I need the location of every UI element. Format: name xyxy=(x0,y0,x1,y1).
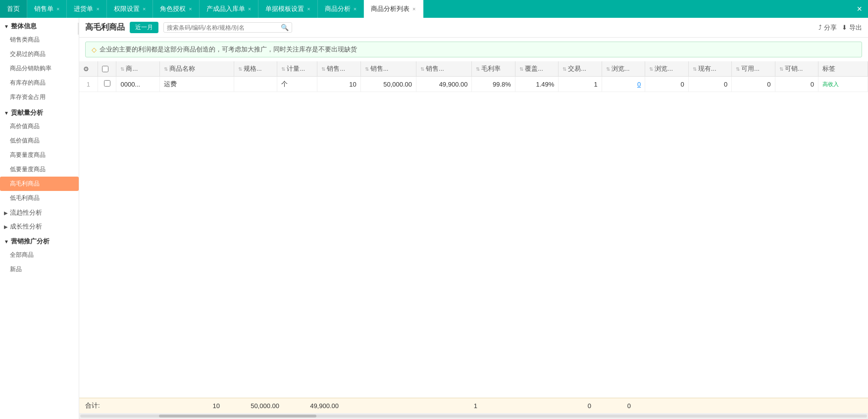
close-icon[interactable]: × xyxy=(56,6,59,12)
sidebar-item-all-goods[interactable]: 全部商品 xyxy=(0,248,79,262)
td-name: 运费 xyxy=(159,77,234,92)
th-trade[interactable]: ⇅交易... xyxy=(559,61,602,77)
nav-tab-analysis[interactable]: 商品分析 × xyxy=(318,0,364,18)
table-header-row: ⚙ ⇅商... ⇅商品名称 ⇅规格... ⇅计量... ⇅销售... ⇅销售..… xyxy=(79,61,868,77)
export-icon: ⬇ xyxy=(842,24,847,31)
search-box: 🔍 xyxy=(163,22,292,33)
th-gross-rate[interactable]: ⇅毛利率 xyxy=(472,61,515,77)
chevron-down-icon: ▼ xyxy=(4,110,9,116)
content-area: 高毛利商品 近一月 🔍 ⤴ 分享 ⬇ 导出 ◇ 企业的主要的利润都是这部分商品创… xyxy=(79,18,868,419)
page-title: 高毛利商品 xyxy=(85,22,125,33)
close-icon[interactable]: × xyxy=(96,6,99,12)
search-icon[interactable]: 🔍 xyxy=(281,24,289,31)
sidebar-group-growth[interactable]: ▶ 成长性分析 xyxy=(0,219,79,233)
filter-recent-month-button[interactable]: 近一月 xyxy=(130,22,158,33)
th-browse1[interactable]: ⇅浏览... xyxy=(602,61,645,77)
share-icon: ⤴ xyxy=(818,24,822,31)
td-row-num: 1 xyxy=(79,77,98,92)
td-unit: 个 xyxy=(277,77,317,92)
row-checkbox[interactable] xyxy=(104,80,110,87)
th-available[interactable]: ⇅可用... xyxy=(732,61,775,77)
sidebar-item-sales-rate[interactable]: 商品分销助购率 xyxy=(0,61,79,76)
data-table: ⚙ ⇅商... ⇅商品名称 ⇅规格... ⇅计量... ⇅销售... ⇅销售..… xyxy=(79,61,868,92)
td-tag: 高收入 xyxy=(818,77,868,92)
footer-trade: 1 xyxy=(442,402,481,410)
th-sales-cost[interactable]: ⇅销售... xyxy=(416,61,472,77)
sidebar: « ▼ 整体信息 销售类商品 交易过的商品 商品分销助购率 有库存的商品 库存资… xyxy=(0,18,79,419)
sidebar-group-marketing[interactable]: ▼ 营销推广分析 xyxy=(0,233,79,248)
scrollbar-track[interactable] xyxy=(80,415,867,418)
th-code[interactable]: ⇅商... xyxy=(116,61,159,77)
nav-tab-analysis-list[interactable]: 商品分析列表 × xyxy=(364,0,423,18)
footer-values: 10 50,000.00 49,900.00 1 0 0 xyxy=(164,402,862,410)
th-checkbox[interactable] xyxy=(98,61,116,77)
close-icon[interactable]: × xyxy=(354,6,357,12)
sidebar-item-traded-goods[interactable]: 交易过的商品 xyxy=(0,47,79,61)
sidebar-group-overall[interactable]: ▼ 整体信息 xyxy=(0,18,79,33)
search-input[interactable] xyxy=(167,24,279,31)
close-icon[interactable]: × xyxy=(412,6,415,12)
th-settings[interactable]: ⚙ xyxy=(79,61,98,77)
th-current-stock[interactable]: ⇅现有... xyxy=(688,61,731,77)
chevron-right-icon: ▶ xyxy=(4,210,8,216)
sidebar-item-high-value[interactable]: 高价值商品 xyxy=(0,119,79,134)
nav-tab-purchase[interactable]: 进货单 × xyxy=(67,0,106,18)
footer-label: 合计: xyxy=(85,401,164,410)
nav-tab-permission[interactable]: 权限设置 × xyxy=(107,0,153,18)
sidebar-group-trend[interactable]: ▶ 流趋性分析 xyxy=(0,205,79,219)
footer-spacer xyxy=(343,402,442,410)
main-container: « ▼ 整体信息 销售类商品 交易过的商品 商品分销助购率 有库存的商品 库存资… xyxy=(0,18,868,419)
nav-tab-sales[interactable]: 销售单 × xyxy=(27,0,67,18)
export-button[interactable]: ⬇ 导出 xyxy=(842,23,862,32)
nav-close-all-button[interactable]: × xyxy=(851,0,868,18)
scrollbar-thumb[interactable] xyxy=(159,415,316,418)
table-container[interactable]: ⚙ ⇅商... ⇅商品名称 ⇅规格... ⇅计量... ⇅销售... ⇅销售..… xyxy=(79,61,868,398)
close-icon[interactable]: × xyxy=(307,6,310,12)
nav-tab-template[interactable]: 单据模板设置 × xyxy=(258,0,317,18)
sidebar-item-in-stock[interactable]: 有库存的商品 xyxy=(0,76,79,90)
th-sales-amount[interactable]: ⇅销售... xyxy=(360,61,416,77)
td-checkbox[interactable] xyxy=(98,77,116,92)
nav-tab-product-in[interactable]: 产成品入库单 × xyxy=(200,0,258,18)
sidebar-item-low-volume[interactable]: 低要量度商品 xyxy=(0,162,79,177)
th-coverage[interactable]: ⇅覆盖... xyxy=(515,61,558,77)
td-trade: 1 xyxy=(559,77,602,92)
table-row: 1 0000... 运费 个 10 50,000.00 49,900.00 99… xyxy=(79,77,868,92)
th-name[interactable]: ⇅商品名称 xyxy=(159,61,234,77)
th-sales-qty[interactable]: ⇅销售... xyxy=(317,61,360,77)
sidebar-item-new-goods[interactable]: 新品 xyxy=(0,262,79,277)
td-sales-qty: 10 xyxy=(317,77,360,92)
th-spec[interactable]: ⇅规格... xyxy=(234,61,277,77)
info-banner: ◇ 企业的主要的利润都是这部分商品创造的，可考虑加大推广，同时关注库存是不要出现… xyxy=(85,42,862,57)
sidebar-toggle-button[interactable]: « xyxy=(78,23,79,35)
sidebar-item-sales-goods[interactable]: 销售类商品 xyxy=(0,33,79,47)
sidebar-item-stock-capital[interactable]: 库存资金占用 xyxy=(0,90,79,104)
footer-sales-amount: 50,000.00 xyxy=(224,402,283,410)
share-button[interactable]: ⤴ 分享 xyxy=(818,23,837,32)
sidebar-group-contribution[interactable]: ▼ 贡献量分析 xyxy=(0,104,79,119)
th-unit[interactable]: ⇅计量... xyxy=(277,61,317,77)
sidebar-item-high-margin[interactable]: 高毛利商品 xyxy=(0,177,79,191)
th-sellable[interactable]: ⇅可销... xyxy=(775,61,818,77)
browse1-link[interactable]: 0 xyxy=(637,81,641,88)
close-icon[interactable]: × xyxy=(248,6,251,12)
select-all-checkbox[interactable] xyxy=(102,66,108,72)
sidebar-item-low-margin[interactable]: 低毛利商品 xyxy=(0,191,79,205)
td-browse1[interactable]: 0 xyxy=(602,77,645,92)
th-browse2[interactable]: ⇅浏览... xyxy=(645,61,688,77)
chevron-down-icon: ▼ xyxy=(4,239,9,244)
td-current-stock: 0 xyxy=(688,77,731,92)
sidebar-item-high-volume[interactable]: 高要量度商品 xyxy=(0,148,79,162)
chevron-down-icon: ▼ xyxy=(4,24,9,29)
td-spec xyxy=(234,77,277,92)
td-browse2: 0 xyxy=(645,77,688,92)
footer-current-stock: 0 xyxy=(556,402,595,410)
nav-tab-home[interactable]: 首页 xyxy=(0,0,27,18)
nav-tab-role[interactable]: 角色授权 × xyxy=(153,0,199,18)
close-icon[interactable]: × xyxy=(143,6,146,12)
close-icon[interactable]: × xyxy=(189,6,192,12)
footer-sales-qty: 10 xyxy=(164,402,224,410)
bottom-scrollbar[interactable] xyxy=(79,413,868,419)
top-nav: 首页 销售单 × 进货单 × 权限设置 × 角色授权 × 产成品入库单 × 单据… xyxy=(0,0,868,18)
sidebar-item-low-value[interactable]: 低价值商品 xyxy=(0,134,79,148)
